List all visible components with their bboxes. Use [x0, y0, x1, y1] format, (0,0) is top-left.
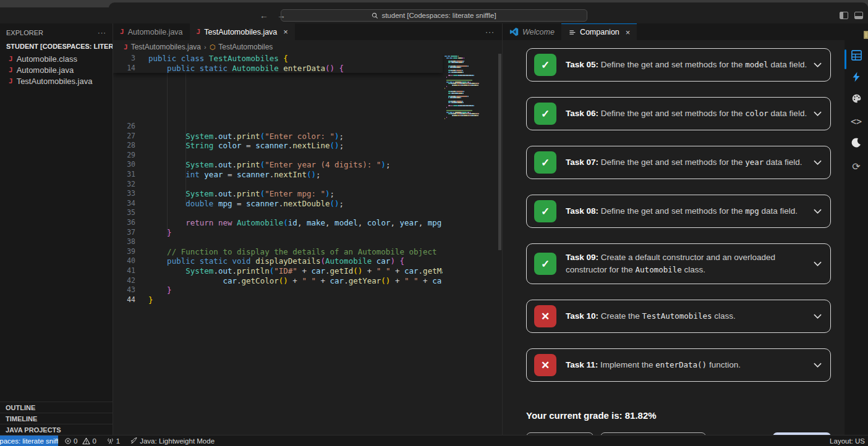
line-number: 40	[113, 256, 135, 266]
code-token: ;	[339, 141, 344, 150]
tasks-view-icon[interactable]	[845, 49, 868, 61]
palette-icon[interactable]	[845, 93, 868, 104]
line-number: 42	[113, 276, 135, 286]
minimap-segment	[464, 115, 467, 116]
sidebar-section-java-projects[interactable]: JAVA PROJECTS	[0, 424, 113, 435]
minimap-segment	[446, 80, 472, 81]
code-token: getMake	[423, 266, 443, 276]
code-token: int	[185, 170, 200, 179]
task-card-08[interactable]: ✓Task 08: Define the get and set methods…	[526, 195, 831, 228]
chevron-down-icon[interactable]	[814, 62, 822, 68]
code-token	[148, 247, 167, 256]
toggle-panel-icon[interactable]	[854, 12, 863, 19]
task-description-segment: Create the	[601, 311, 642, 321]
code-brackets-icon[interactable]: <>	[845, 116, 868, 127]
line-number: 43	[113, 285, 135, 295]
code-token: ()	[279, 276, 288, 285]
code-token: )	[441, 218, 443, 227]
moon-icon[interactable]	[845, 138, 868, 148]
editor-more-actions[interactable]: ···	[485, 28, 502, 36]
tab-testautomobiles-java[interactable]: J TestAutomobiles.java ×	[190, 23, 295, 40]
split-editor-icon[interactable]	[864, 31, 868, 39]
scrollbar-thumb[interactable]	[498, 54, 501, 250]
task-card-05[interactable]: ✓Task 05: Define the get and set methods…	[526, 48, 831, 82]
code-line: 27 System.out.print("Enter color: ");	[113, 132, 443, 141]
explorer-more-actions[interactable]: ···	[98, 29, 106, 36]
code-token: ()	[330, 141, 339, 150]
workspace-section-header[interactable]: STUDENT [CODESPACES: LITERATE SNIF...	[0, 41, 113, 53]
minimap[interactable]	[445, 54, 498, 435]
task-description-segment: enterData()	[655, 360, 707, 369]
breadcrumb-file[interactable]: TestAutomobiles.java	[131, 43, 201, 51]
code-line: 3public class TestAutomobiles {	[113, 54, 443, 64]
file-item[interactable]: JAutomobile.class	[0, 53, 113, 64]
file-item[interactable]: JTestAutomobiles.java	[0, 75, 113, 86]
chevron-down-icon[interactable]	[814, 314, 822, 319]
close-tab-icon[interactable]: ×	[626, 28, 631, 37]
tab-companion[interactable]: Companion ×	[561, 23, 637, 40]
task-card-06[interactable]: ✓Task 06: Define the get and set methods…	[526, 97, 831, 130]
code-token: void	[232, 256, 250, 266]
close-tab-icon[interactable]: ×	[283, 27, 288, 36]
vscode-logo-icon	[509, 27, 519, 36]
refresh-icon[interactable]: ⟳	[845, 161, 868, 172]
code-text: System.out.print("Enter color: ");	[148, 132, 344, 141]
code-token: System	[185, 160, 213, 169]
code-token	[195, 64, 200, 73]
minimap-segment	[446, 110, 472, 111]
java-status[interactable]: Java: Lightweight Mode	[130, 437, 215, 445]
task-card-11[interactable]: ✕Task 11: Implement the enterData() func…	[526, 348, 831, 382]
sidebar-section-outline[interactable]: OUTLINE	[0, 402, 113, 413]
code-token: enterData	[283, 64, 325, 73]
chevron-down-icon[interactable]	[814, 160, 822, 166]
task-label: Task 10:	[566, 311, 601, 321]
lightning-icon[interactable]	[845, 72, 868, 82]
code-token: }	[148, 295, 153, 305]
task-card-10[interactable]: ✕Task 10: Create the TestAutomobiles cla…	[526, 300, 831, 333]
code-line: 39 // Function to display the details of…	[113, 247, 443, 257]
line-number: 33	[113, 189, 135, 199]
code-token	[195, 256, 200, 266]
line-number: 14	[113, 64, 135, 74]
task-card-07[interactable]: ✓Task 07: Define the get and set methods…	[526, 146, 831, 179]
code-token: car	[404, 266, 419, 276]
chevron-down-icon[interactable]	[814, 209, 822, 214]
code-token: .	[232, 132, 237, 141]
code-token: model	[334, 218, 358, 227]
tab-automobile-java[interactable]: J Automobile.java	[113, 23, 190, 40]
chevron-down-icon[interactable]	[814, 363, 822, 368]
chevron-down-icon[interactable]	[814, 111, 822, 117]
code-editor[interactable]: 2627 System.out.print("Enter color: ");2…	[113, 54, 502, 435]
editor-scrollbar[interactable]	[498, 54, 502, 435]
file-item[interactable]: JAutomobile.java	[0, 64, 113, 75]
breadcrumb-symbol[interactable]: TestAutomobiles	[218, 43, 273, 51]
task-card-09[interactable]: ✓Task 09: Create a default constructor a…	[526, 243, 831, 284]
remote-indicator[interactable]: Codespaces: literate sniffle	[0, 435, 58, 446]
problems-indicator[interactable]: 0 0	[64, 437, 96, 445]
sticky-scroll: 3public class TestAutomobiles {14 public…	[113, 54, 443, 73]
minimap-segment	[449, 57, 452, 59]
code-token	[148, 276, 223, 285]
tab-welcome[interactable]: Welcome	[503, 23, 561, 40]
layout-status[interactable]: Layout: US	[830, 437, 868, 445]
title-bar: ← → student [Codespaces: literate sniffl…	[0, 7, 868, 23]
code-token: +	[316, 276, 330, 285]
chevron-down-icon[interactable]	[814, 261, 822, 267]
run-code-button[interactable]: RUN CODE	[526, 432, 594, 435]
task-description-segment: class.	[682, 265, 705, 274]
toggle-sidebar-icon[interactable]	[840, 12, 848, 19]
task-description-segment: function.	[707, 360, 741, 369]
back-arrow-icon[interactable]: ←	[260, 11, 268, 20]
check-icon: ✓	[534, 54, 556, 76]
code-token: ;	[330, 189, 335, 198]
code-token: ()	[381, 276, 390, 285]
sidebar-section-timeline[interactable]: TIMELINE	[0, 413, 113, 424]
forward-arrow-icon[interactable]: →	[277, 11, 286, 20]
ports-indicator[interactable]: 1	[106, 437, 120, 445]
minimap-segment	[445, 67, 448, 68]
command-center-search[interactable]: student [Codespaces: literate sniffle]	[281, 9, 587, 22]
submit-button[interactable]: SUBMIT	[773, 432, 831, 435]
grade-text: Your current grade is: 81.82%	[526, 410, 831, 421]
class-symbol-icon: ⬡	[210, 43, 216, 51]
calculate-grade-button[interactable]: CALCULATE GRADE	[600, 432, 706, 435]
